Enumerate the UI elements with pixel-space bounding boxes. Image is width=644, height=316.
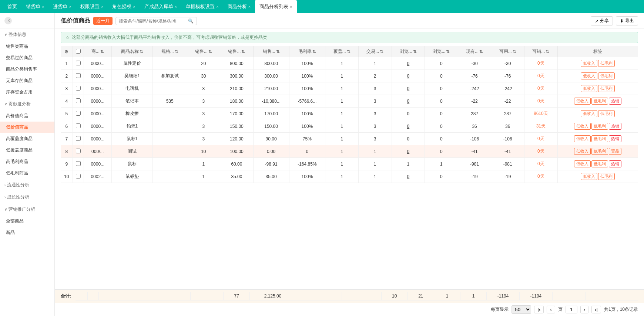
sidebar-item-sales-goods[interactable]: 销售类商品	[0, 41, 54, 52]
group-liquidity[interactable]: › 流通性分析	[0, 179, 54, 191]
row-checkbox-cell[interactable]	[73, 145, 84, 158]
col-gross-margin[interactable]: 毛利率 ⇅	[289, 46, 325, 57]
col-name[interactable]: 商品名称 ⇅	[111, 46, 152, 57]
sidebar-item-all-goods[interactable]: 全部商品	[0, 215, 54, 227]
page-size-select[interactable]: 50 100 200	[511, 305, 531, 314]
row-checkbox[interactable]	[76, 161, 81, 166]
first-page-btn[interactable]: |‹	[534, 306, 544, 313]
sidebar-item-category-rate[interactable]: 商品分类销售率	[0, 64, 54, 75]
row-checkbox[interactable]	[76, 111, 81, 116]
col-spec[interactable]: 规格... ⇅	[152, 46, 187, 57]
col-available[interactable]: 可用... ⇅	[491, 46, 524, 57]
next-page-btn[interactable]: ›	[580, 306, 588, 313]
sidebar-collapse-btn[interactable]: 《	[4, 17, 12, 24]
col-checkbox[interactable]	[73, 46, 84, 57]
last-page-btn[interactable]: ›|	[591, 306, 601, 313]
row-view1[interactable]: 0	[392, 57, 425, 70]
group-overall[interactable]: ∨ 整体信息	[0, 28, 54, 41]
col-code[interactable]: 商... ⇅	[84, 46, 111, 57]
view1-link[interactable]: 0	[407, 124, 409, 129]
row-view1[interactable]: 0	[392, 133, 425, 145]
group-marketing[interactable]: ∨ 营销推广分析	[0, 203, 54, 215]
view1-link[interactable]: 0	[407, 111, 409, 116]
date-filter-btn[interactable]: 近一月	[93, 17, 113, 25]
row-checkbox[interactable]	[76, 61, 81, 65]
nav-analysis[interactable]: 商品分析×	[223, 0, 255, 13]
share-btn[interactable]: ↗ 分享	[591, 16, 613, 26]
prev-page-btn[interactable]: ‹	[547, 306, 555, 313]
select-all-checkbox[interactable]	[76, 49, 81, 54]
nav-role[interactable]: 角色授权×	[108, 0, 140, 13]
nav-home[interactable]: 首页	[3, 0, 21, 13]
row-view1[interactable]: 0	[392, 170, 425, 183]
sidebar-item-low-coverage[interactable]: 低覆盖度商品	[0, 145, 54, 156]
sidebar-item-high-margin[interactable]: 高毛利商品	[0, 156, 54, 167]
table-container[interactable]: ⚙ 商... ⇅ 商品名称 ⇅ 规格... ⇅ 销售... ⇅ 销售... ⇅ …	[55, 46, 644, 289]
row-checkbox-cell[interactable]	[73, 158, 84, 170]
row-checkbox-cell[interactable]	[73, 82, 84, 95]
view1-link[interactable]: 0	[407, 136, 409, 142]
row-view1[interactable]: 0	[392, 120, 425, 133]
sidebar-item-high-value[interactable]: 高价值商品	[0, 110, 54, 122]
view1-link[interactable]: 0	[407, 99, 409, 104]
row-view1[interactable]: 1	[392, 158, 425, 170]
col-saleable[interactable]: 可销... ⇅	[524, 46, 558, 57]
col-view2[interactable]: 浏览... ⇅	[425, 46, 458, 57]
row-checkbox-cell[interactable]	[73, 108, 84, 120]
row-checkbox-cell[interactable]	[73, 95, 84, 108]
nav-perm[interactable]: 权限设置×	[76, 0, 108, 13]
row-view1[interactable]: 0	[392, 82, 425, 95]
view1-link[interactable]: 0	[407, 61, 409, 66]
sidebar-item-low-margin[interactable]: 低毛利商品	[0, 167, 54, 179]
sidebar-item-low-value[interactable]: 低价值商品	[0, 122, 54, 133]
row-checkbox[interactable]	[76, 174, 81, 179]
view1-link[interactable]: 0	[407, 149, 409, 154]
col-current-stock[interactable]: 现有... ⇅	[458, 46, 491, 57]
row-checkbox-cell[interactable]	[73, 70, 84, 82]
row-view1[interactable]: 0	[392, 145, 425, 158]
nav-purchase[interactable]: 进货单×	[48, 0, 76, 13]
row-checkbox[interactable]	[76, 73, 81, 78]
row-view1[interactable]: 0	[392, 70, 425, 82]
col-sale-cost[interactable]: 销售... ⇅	[253, 46, 289, 57]
sidebar-item-traded[interactable]: 交易过的商品	[0, 52, 54, 64]
search-input[interactable]	[119, 18, 187, 24]
view1-link[interactable]: 0	[407, 74, 409, 79]
row-checkbox-cell[interactable]	[73, 170, 84, 183]
nav-analysis-list[interactable]: 商品分析列表×	[255, 0, 296, 13]
group-contribution[interactable]: ∨ 贡献度分析	[0, 98, 54, 110]
sidebar-item-high-coverage[interactable]: 高覆盖度商品	[0, 133, 54, 145]
row-available: -22	[491, 95, 524, 108]
row-checkbox-cell[interactable]	[73, 133, 84, 145]
sidebar-item-new-goods[interactable]: 新品	[0, 227, 54, 238]
row-checkbox[interactable]	[76, 123, 81, 128]
nav-sales[interactable]: 销货单×	[21, 0, 48, 13]
row-checkbox[interactable]	[76, 98, 81, 103]
view1-link[interactable]: 1	[407, 162, 409, 167]
row-checkbox-cell[interactable]	[73, 120, 84, 133]
col-view1[interactable]: 浏览... ⇅	[392, 46, 425, 57]
col-trade[interactable]: 交易... ⇅	[358, 46, 392, 57]
row-checkbox[interactable]	[76, 149, 81, 153]
page-number-input[interactable]	[566, 306, 577, 313]
search-box[interactable]: 🔍	[115, 17, 197, 25]
sidebar-item-stock-capital[interactable]: 库存资金占用	[0, 86, 54, 98]
sidebar: 《 ∨ 整体信息 销售类商品 交易过的商品 商品分类销售率 无库存的商品 库存资…	[0, 13, 55, 316]
col-sale-amount[interactable]: 销售... ⇅	[220, 46, 254, 57]
row-view1[interactable]: 0	[392, 95, 425, 108]
col-coverage[interactable]: 覆盖... ⇅	[325, 46, 359, 57]
row-checkbox-cell[interactable]	[73, 57, 84, 70]
row-checkbox[interactable]	[76, 86, 81, 91]
nav-product-in[interactable]: 产成品入库单×	[140, 0, 181, 13]
row-view1[interactable]: 0	[392, 108, 425, 120]
sidebar-item-no-stock[interactable]: 无库存的商品	[0, 75, 54, 86]
view1-link[interactable]: 0	[407, 86, 409, 91]
col-settings[interactable]: ⚙	[61, 46, 73, 57]
view1-link[interactable]: 0	[407, 174, 409, 179]
group-growth[interactable]: › 成长性分析	[0, 191, 54, 203]
nav-template[interactable]: 单据模板设置×	[181, 0, 223, 13]
col-sale-qty[interactable]: 销售... ⇅	[187, 46, 220, 57]
row-checkbox[interactable]	[76, 136, 81, 141]
row-sale-cost: 0.00	[253, 145, 289, 158]
export-btn[interactable]: ⬇ 导出	[616, 16, 638, 26]
